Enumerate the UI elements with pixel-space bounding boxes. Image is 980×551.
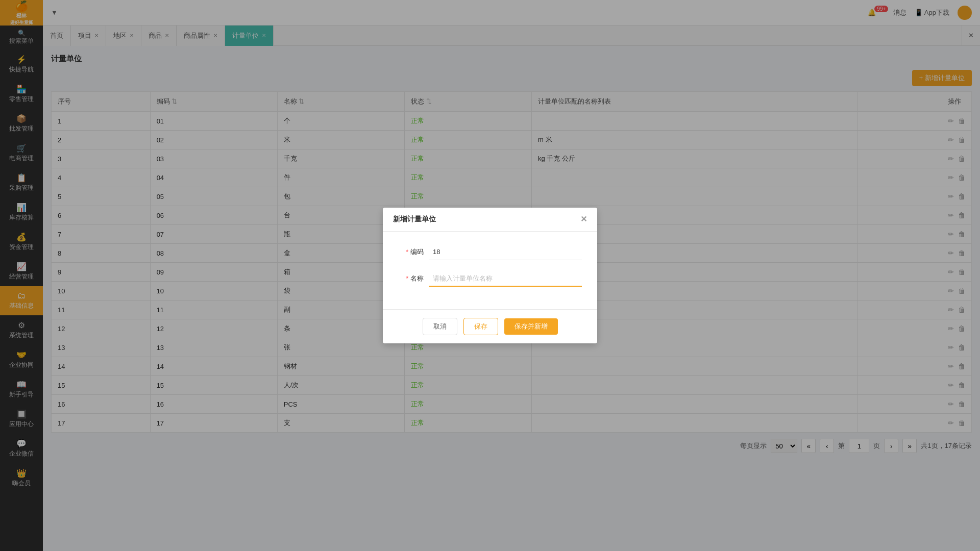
modal-header: 新增计量单位 ✕: [383, 208, 597, 232]
modal-close-button[interactable]: ✕: [580, 215, 587, 223]
name-form-row: * 名称: [398, 270, 582, 287]
modal-overlay[interactable]: 新增计量单位 ✕ * 编码 * 名称 取消 保存 保存并新增: [0, 0, 980, 551]
save-button[interactable]: 保存: [463, 318, 498, 335]
code-form-row: * 编码: [398, 244, 582, 260]
code-input[interactable]: [429, 244, 582, 260]
add-unit-modal: 新增计量单位 ✕ * 编码 * 名称 取消 保存 保存并新增: [383, 208, 597, 343]
save-and-new-button[interactable]: 保存并新增: [504, 318, 558, 335]
modal-body: * 编码 * 名称: [383, 232, 597, 309]
name-input[interactable]: [429, 270, 582, 287]
cancel-button[interactable]: 取消: [423, 318, 457, 335]
modal-title: 新增计量单位: [393, 215, 436, 224]
code-label: * 编码: [398, 247, 424, 257]
modal-footer: 取消 保存 保存并新增: [383, 309, 597, 343]
name-label: * 名称: [398, 274, 424, 283]
